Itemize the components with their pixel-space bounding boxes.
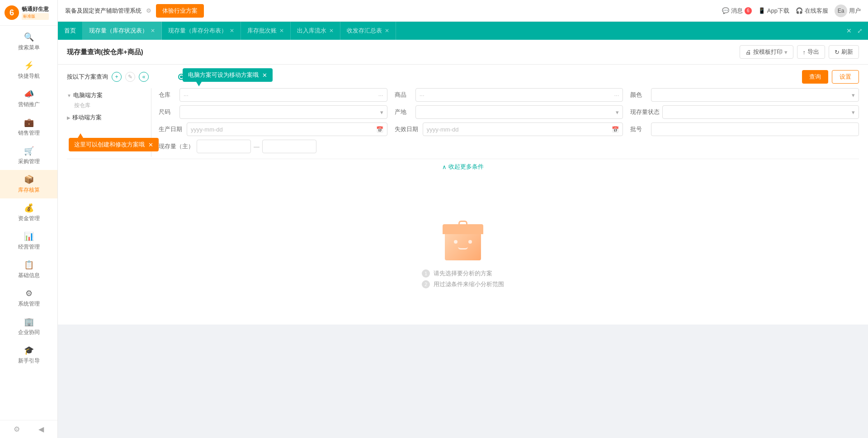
box-handle <box>458 221 467 225</box>
tab-close-icon[interactable]: ✕ <box>329 28 334 34</box>
maximize-icon[interactable]: ⤢ <box>855 25 864 36</box>
export-btn[interactable]: ↑ 导出 <box>797 45 826 59</box>
system-name: 装备及固定资产辅助管理系统 <box>65 7 142 15</box>
exp-date-label: 失效日期 <box>395 125 420 133</box>
calendar-icon: 📅 <box>376 126 383 133</box>
prod-date-input[interactable]: yyyy-mm-dd 📅 <box>187 122 387 136</box>
sidebar-item-sales[interactable]: 💼 销售管理 <box>0 113 57 141</box>
tabbar: 首页 现存量（库存状况表） ✕ 现存量（库存分布表） ✕ 库存批次账 ✕ 出入库… <box>58 22 868 40</box>
industry-btn[interactable]: 体验行业方案 <box>156 4 204 18</box>
tab-batch-account[interactable]: 库存批次账 ✕ <box>241 22 291 40</box>
tab-close-icon[interactable]: ✕ <box>385 28 389 34</box>
tab-inventory-dist[interactable]: 现存量（库存分布表） ✕ <box>162 22 241 40</box>
guide-icon: 🎓 <box>24 345 34 355</box>
sidebar-item-basic[interactable]: 📋 基础信息 <box>0 255 57 284</box>
stock-main-label: 现存量（主） <box>159 142 194 151</box>
brand-text: 畅通好生意 标准版 <box>22 5 49 20</box>
reset-btn[interactable]: 设置 <box>832 70 859 84</box>
message-icon: 💬 <box>722 7 729 14</box>
chevron-up-icon: ∧ <box>442 164 447 170</box>
tooltip1-close[interactable]: ✕ <box>262 72 267 79</box>
collapse-icon[interactable]: ◀ <box>38 425 44 433</box>
chevron-right-icon2: ▶ <box>67 115 71 120</box>
tooltip1-text: 电脑方案可设为移动方案哦 <box>188 71 259 79</box>
filter-row4: 现存量（主） — <box>159 140 859 153</box>
sidebar-item-quick-nav[interactable]: ⚡ 快捷导航 <box>0 56 57 85</box>
tooltip2-close[interactable]: ✕ <box>148 141 153 148</box>
sidebar-item-finance[interactable]: 💰 资金管理 <box>0 198 57 227</box>
brand-badge: 标准版 <box>22 13 49 20</box>
prod-date-placeholder: yyyy-mm-dd <box>191 126 223 133</box>
collapse-bar[interactable]: ∧ 收起更多条件 <box>67 159 859 174</box>
field-warehouse: 仓库 ··· ··· <box>159 88 387 102</box>
settings-icon[interactable]: ⚙ <box>14 425 20 433</box>
sidebar-item-system[interactable]: ⚙ 系统管理 <box>0 284 57 312</box>
chevron-right-icon: ▼ <box>67 93 71 98</box>
warehouse-select[interactable]: ··· ··· <box>179 88 387 102</box>
sidebar-item-operations[interactable]: 📊 经营管理 <box>0 227 57 255</box>
scheme-mobile-group[interactable]: ▶ 移动端方案 <box>67 112 144 123</box>
user-item[interactable]: Ea 用户 <box>835 5 861 17</box>
main-area: 装备及固定资产辅助管理系统 ⚙ 体验行业方案 💬 消息 6 📱 App下载 🎧 … <box>58 0 868 438</box>
calendar2-icon: 📅 <box>612 126 619 133</box>
edit-scheme-btn[interactable]: ✎ <box>125 72 135 82</box>
tab-close-icon[interactable]: ✕ <box>230 28 234 34</box>
exp-date-input[interactable]: yyyy-mm-dd 📅 <box>423 122 623 136</box>
goods-label: 商品 <box>395 91 413 99</box>
tab-home[interactable]: 首页 <box>58 22 83 40</box>
eye-left <box>454 240 458 244</box>
tab-receive-summary[interactable]: 收发存汇总表 ✕ <box>340 22 396 40</box>
page-content: 现存量查询(按仓库+商品) 🖨 按模板打印 ▾ ↑ 导出 ↻ 刷新 <box>58 40 868 438</box>
settings-gear-icon[interactable]: ⚙ <box>146 7 151 14</box>
topbar-left: 装备及固定资产辅助管理系统 ⚙ 体验行业方案 <box>65 4 204 18</box>
box-body <box>445 231 481 260</box>
sidebar-item-purchase[interactable]: 🛒 采购管理 <box>0 141 57 170</box>
sidebar-item-search[interactable]: 🔍 搜索菜单 <box>0 28 57 56</box>
sidebar-footer: ⚙ ◀ <box>0 420 57 438</box>
sidebar-item-guide[interactable]: 🎓 新手引导 <box>0 341 57 369</box>
color-select[interactable]: ▾ <box>651 88 859 102</box>
print-btn[interactable]: 🖨 按模板打印 ▾ <box>740 45 793 59</box>
size-select[interactable]: ▾ <box>179 105 387 119</box>
add-scheme-btn[interactable]: + <box>112 72 122 82</box>
refresh-btn[interactable]: ↻ 刷新 <box>829 45 859 59</box>
tab-home-label: 首页 <box>64 27 76 35</box>
tab-close-icon[interactable]: ✕ <box>279 28 284 34</box>
sidebar-item-label: 库存核算 <box>18 186 40 194</box>
close-all-icon[interactable]: ✕ <box>844 25 854 36</box>
empty-text: 1 请先选择要分析的方案 2 用过滤条件来缩小分析范围 <box>422 269 504 288</box>
sidebar-item-label: 销售管理 <box>18 129 40 137</box>
quick-nav-icon: ⚡ <box>24 61 34 71</box>
dots-icon: ··· <box>378 92 383 99</box>
tab-label: 出入库流水 <box>297 27 326 35</box>
tab-in-out-flow[interactable]: 出入库流水 ✕ <box>291 22 340 40</box>
scheme-pc-group[interactable]: ▼ 电脑端方案 <box>67 90 144 101</box>
tab-inventory-status[interactable]: 现存量（库存状况表） ✕ <box>83 22 162 40</box>
sidebar-item-inventory[interactable]: 📦 库存核算 <box>0 170 57 198</box>
sidebar-item-marketing[interactable]: 📣 营销推广 <box>0 85 57 113</box>
filter-row1: 仓库 ··· ··· 商品 ··· ··· <box>159 88 859 102</box>
export-label: 导出 <box>807 48 819 56</box>
tab-label: 现存量（库存分布表） <box>168 27 227 35</box>
stock-min-input[interactable] <box>197 140 251 153</box>
origin-select[interactable]: ▾ <box>415 105 623 119</box>
stock-status-select[interactable]: ▾ <box>662 105 859 119</box>
goods-select[interactable]: ··· ··· <box>415 88 623 102</box>
size-chevron-icon: ▾ <box>380 109 383 116</box>
message-item[interactable]: 💬 消息 6 <box>722 7 752 15</box>
sidebar-item-label: 企业协同 <box>18 329 40 336</box>
app-download-item[interactable]: 📱 App下载 <box>758 7 789 15</box>
step1-text: 请先选择要分析的方案 <box>434 269 492 278</box>
back-btn[interactable]: « <box>139 72 149 82</box>
online-service-item[interactable]: 🎧 在线客服 <box>796 7 828 15</box>
filter-area: 按以下方案查询 + ✎ « 电脑方案可设为移动方案哦 ✕ 查询 设置 <box>58 65 868 174</box>
topbar: 装备及固定资产辅助管理系统 ⚙ 体验行业方案 💬 消息 6 📱 App下载 🎧 … <box>58 0 868 22</box>
stock-max-input[interactable] <box>262 140 316 153</box>
topbar-right: 💬 消息 6 📱 App下载 🎧 在线客服 Ea 用户 <box>722 5 861 17</box>
scheme-panel: ▼ 电脑端方案 按仓库 ▶ 移动端方案 这里可以创建和修改方案哦 <box>67 88 144 157</box>
batch-input[interactable] <box>651 122 859 136</box>
sidebar-item-enterprise[interactable]: 🏢 企业协同 <box>0 312 57 341</box>
search-btn[interactable]: 查询 <box>802 70 828 84</box>
sidebar-item-label: 快捷导航 <box>18 72 40 80</box>
tab-close-icon[interactable]: ✕ <box>151 28 155 34</box>
